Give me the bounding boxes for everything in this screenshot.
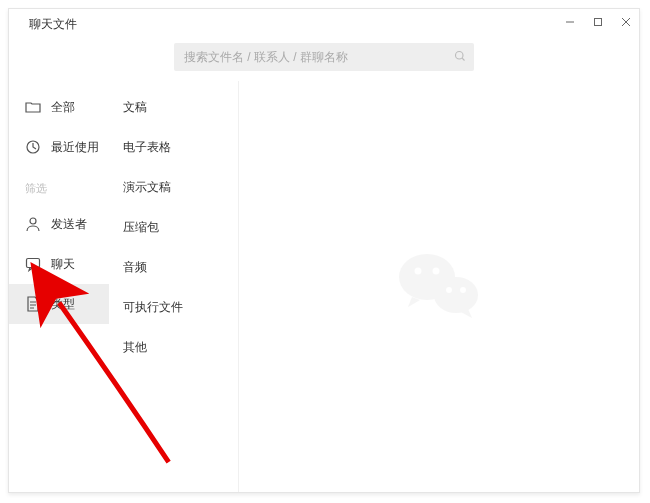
svg-rect-1	[595, 19, 602, 26]
sidebar-item-recent[interactable]: 最近使用	[9, 127, 109, 167]
type-label: 音频	[123, 259, 147, 276]
sidebar-item-all[interactable]: 全部	[9, 87, 109, 127]
svg-line-5	[462, 58, 464, 60]
svg-point-7	[30, 218, 36, 224]
sidebar-item-label: 发送者	[51, 216, 87, 233]
type-label: 压缩包	[123, 219, 159, 236]
svg-rect-8	[27, 259, 40, 268]
type-item-presentation[interactable]: 演示文稿	[109, 167, 238, 207]
type-label: 文稿	[123, 99, 147, 116]
search-row	[9, 39, 639, 81]
sidebar-item-label: 全部	[51, 99, 75, 116]
folder-icon	[25, 99, 41, 115]
body: 全部 最近使用 筛选 发送者 聊天	[9, 81, 639, 492]
type-item-document[interactable]: 文稿	[109, 87, 238, 127]
minimize-button[interactable]	[561, 13, 579, 31]
titlebar: 聊天文件	[9, 9, 639, 39]
svg-point-17	[460, 287, 466, 293]
chat-icon	[25, 256, 41, 272]
sidebar-item-label: 聊天	[51, 256, 75, 273]
search-icon	[454, 50, 466, 65]
svg-point-15	[434, 277, 478, 313]
sidebar-filter-chat[interactable]: 聊天	[9, 244, 109, 284]
content-area	[239, 81, 639, 492]
search-input[interactable]	[184, 50, 464, 64]
sidebar-filter-sender[interactable]: 发送者	[9, 204, 109, 244]
svg-point-4	[456, 51, 464, 59]
sidebar-item-label: 最近使用	[51, 139, 99, 156]
wechat-logo-icon	[394, 245, 484, 329]
maximize-button[interactable]	[589, 13, 607, 31]
document-icon	[25, 296, 41, 312]
sidebar-item-label: 类型	[51, 296, 75, 313]
app-window: 聊天文件 全部	[8, 8, 640, 493]
sidebar-filter-type[interactable]: 类型	[9, 284, 109, 324]
filter-section-label: 筛选	[9, 167, 109, 204]
window-title: 聊天文件	[17, 16, 77, 33]
type-item-spreadsheet[interactable]: 电子表格	[109, 127, 238, 167]
type-item-executable[interactable]: 可执行文件	[109, 287, 238, 327]
window-controls	[561, 13, 635, 31]
svg-point-13	[415, 267, 422, 274]
clock-icon	[25, 139, 41, 155]
type-list: 文稿 电子表格 演示文稿 压缩包 音频 可执行文件 其他	[109, 81, 239, 492]
type-item-audio[interactable]: 音频	[109, 247, 238, 287]
type-label: 电子表格	[123, 139, 171, 156]
svg-point-14	[433, 267, 440, 274]
person-icon	[25, 216, 41, 232]
type-label: 演示文稿	[123, 179, 171, 196]
type-item-archive[interactable]: 压缩包	[109, 207, 238, 247]
type-item-other[interactable]: 其他	[109, 327, 238, 367]
type-label: 其他	[123, 339, 147, 356]
sidebar: 全部 最近使用 筛选 发送者 聊天	[9, 81, 109, 492]
svg-point-16	[446, 287, 452, 293]
type-label: 可执行文件	[123, 299, 183, 316]
close-button[interactable]	[617, 13, 635, 31]
search-box[interactable]	[174, 43, 474, 71]
